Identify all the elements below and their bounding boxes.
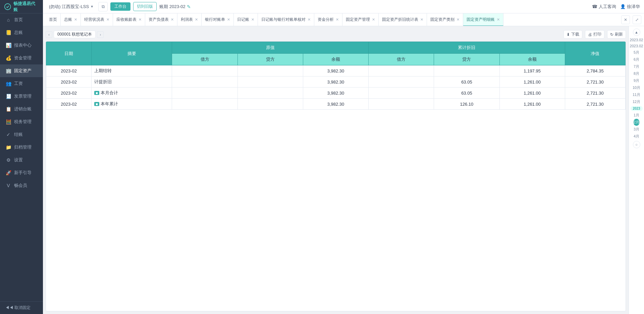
tab-close-fixed_class[interactable]: ✕ (457, 17, 460, 22)
year-2023-label: 2023 (631, 106, 643, 111)
tab-fixed_deprec[interactable]: 固定资产折旧统计表✕ (379, 13, 427, 26)
tab-fixed_mgmt[interactable]: 固定资产管理✕ (342, 13, 379, 26)
tab-home[interactable]: 首页 (46, 13, 61, 26)
tab-fund[interactable]: 资金分析✕ (314, 13, 342, 26)
rs-month-2022-11月[interactable]: 11月 (633, 91, 640, 98)
archive-icon: 📁 (5, 144, 11, 150)
company-chevron-icon: ▼ (90, 5, 94, 8)
sidebar-unpin-btn[interactable]: ◀◀ 取消固定 (0, 301, 43, 314)
rs-month-2022-8月[interactable]: 8月 (633, 70, 640, 77)
tab-journal[interactable]: 日记账✕ (234, 13, 258, 26)
sidebar-item-home[interactable]: ⌂ 首页 (0, 13, 43, 26)
rs-month-2022-6月[interactable]: 6月 (633, 56, 640, 63)
tab-close-business[interactable]: ✕ (106, 17, 109, 22)
sidebar-item-tax[interactable]: 🧮 税务管理 (0, 115, 43, 128)
sidebar-scroll-up-btn[interactable]: ▲ (633, 29, 640, 36)
tab-close-profit[interactable]: ✕ (195, 17, 198, 22)
sidebar-item-general_ledger[interactable]: 📒 总账 (0, 26, 43, 39)
tab-close-fixed_mgmt[interactable]: ✕ (372, 17, 375, 22)
sidebar-label-settings: 设置 (14, 157, 23, 163)
tab-receivable[interactable]: 应收账龄表✕ (113, 13, 145, 26)
cell-acc-credit (434, 65, 499, 76)
rs-month-2023-1月[interactable]: 1月 (634, 112, 639, 119)
breadcrumb-prev-btn[interactable]: ‹ (46, 31, 52, 38)
sidebar-item-fixed_assets[interactable]: 🏢 固定资产 (0, 64, 43, 77)
tab-close-fund[interactable]: ✕ (336, 17, 339, 22)
tab-general[interactable]: 总账✕ (61, 13, 81, 26)
sidebar-item-settlement[interactable]: ✓ 结账 (0, 128, 43, 141)
tab-close-balance[interactable]: ✕ (171, 17, 174, 22)
tab-bank[interactable]: 银行对账单✕ (202, 13, 234, 26)
period-edit-icon[interactable]: ✎ (187, 4, 191, 9)
row-tag: ■ (94, 102, 99, 106)
sidebar-item-invoice[interactable]: 🧾 发票管理 (0, 90, 43, 103)
tab-profit[interactable]: 利润表✕ (177, 13, 202, 26)
home-icon: ⌂ (5, 17, 11, 23)
rs-month-2022-9月[interactable]: 9月 (633, 77, 640, 84)
tab-business[interactable]: 经营状况表✕ (81, 13, 113, 26)
tab-close-fixed_deprec[interactable]: ✕ (420, 17, 423, 22)
tab-close-receivable[interactable]: ✕ (139, 17, 142, 22)
cell-acc-balance: 1,261.00 (499, 76, 565, 88)
sidebar-item-guide[interactable]: 🚀 新手引导 (0, 166, 43, 179)
tab-close-bank[interactable]: ✕ (227, 17, 230, 22)
tab-fixed_class[interactable]: 固定资产类别✕ (427, 13, 463, 26)
table-row: 2023-02 计提折旧 3,982.30 63.05 1,261.00 2,7… (46, 76, 626, 88)
breadcrumb-next-btn[interactable]: › (97, 31, 104, 38)
sidebar-item-vip[interactable]: V 畅会员 (0, 179, 43, 192)
sidebar-label-tax: 税务管理 (14, 119, 32, 125)
asset-code: 000001 (57, 32, 71, 37)
sidebar-item-fund_mgmt[interactable]: 💰 资金管理 (0, 52, 43, 64)
tab-fixed_detail[interactable]: 固定资产明细账✕ (463, 13, 503, 26)
period-2023-02-second[interactable]: 2023.02 (629, 43, 644, 49)
tab-close-general[interactable]: ✕ (74, 17, 77, 22)
copy-icon-btn[interactable]: ⧉ (98, 2, 108, 11)
tab-reconcile[interactable]: 日记账与银行对账单核对✕ (258, 13, 314, 26)
toolbar-right: ⬇ 下载 🖨 打印 ↻ 刷新 (564, 30, 626, 39)
sidebar-item-payroll[interactable]: 👥 工资 (0, 77, 43, 90)
rs-month-2022-12月[interactable]: 12月 (633, 98, 640, 105)
user-menu[interactable]: 👤 徐泽华 (620, 4, 640, 10)
sidebar-item-sales_ledger[interactable]: 📋 进销台账 (0, 103, 43, 115)
rs-month-2023-4月[interactable]: 4月 (634, 133, 639, 140)
period-2023-02-top[interactable]: 2023.02 (629, 37, 644, 43)
cell-orig-credit (237, 99, 303, 110)
sidebar-item-archive[interactable]: 📁 归档管理 (0, 141, 43, 154)
rs-month-2022-7月[interactable]: 7月 (633, 63, 640, 70)
sidebar-item-reports[interactable]: 📊 报表中心 (0, 39, 43, 52)
app-name: 畅捷通易代账 (13, 1, 39, 13)
tab-balance[interactable]: 资产负债表✕ (145, 13, 177, 26)
company-name: (勿动) 江西股宝-LSS (49, 4, 89, 10)
sidebar-label-home: 首页 (14, 17, 23, 23)
sidebar-item-settings[interactable]: ⚙ 设置 (0, 154, 43, 166)
rs-month-2022-10月[interactable]: 10月 (633, 84, 640, 91)
cell-acc-credit: 63.05 (434, 88, 499, 99)
tab-close-reconcile[interactable]: ✕ (308, 17, 311, 22)
download-btn[interactable]: ⬇ 下载 (564, 30, 582, 39)
rs-month-2023-2月[interactable]: 2月 (634, 119, 639, 126)
logo-icon (4, 3, 11, 10)
fund_mgmt-icon: 💰 (5, 55, 11, 61)
guide-icon: 🚀 (5, 170, 11, 176)
refresh-btn[interactable]: ↻ 刷新 (607, 30, 626, 39)
rs-month-2022-5月[interactable]: 5月 (633, 49, 640, 56)
switch-old-button[interactable]: 切到旧版 (133, 2, 157, 11)
workbench-button[interactable]: 工作台 (110, 2, 130, 11)
cell-acc-balance: 1,197.95 (499, 65, 565, 76)
maximize-btn[interactable]: ⤢ (633, 15, 641, 24)
settings-icon: ⚙ (5, 157, 11, 163)
close-all-tabs-btn[interactable]: ✕ (621, 15, 630, 24)
sidebar-label-fund_mgmt: 资金管理 (14, 55, 32, 61)
tab-label-fund: 资金分析 (318, 17, 334, 22)
print-btn[interactable]: 🖨 打印 (585, 30, 604, 39)
sidebar-label-sales_ledger: 进销台账 (14, 106, 32, 112)
sidebar-circle-btn[interactable]: ○ (633, 141, 640, 148)
rs-month-2023-3月[interactable]: 3月 (634, 126, 639, 133)
company-selector[interactable]: (勿动) 江西股宝-LSS ▼ (47, 4, 96, 10)
support-link[interactable]: ☎ 人工客询 (592, 4, 616, 10)
tab-close-journal[interactable]: ✕ (251, 17, 254, 22)
tab-close-fixed_detail[interactable]: ✕ (497, 17, 500, 22)
sidebar-label-settlement: 结账 (14, 132, 23, 138)
settlement-icon: ✓ (5, 132, 11, 138)
fixed-asset-detail-table: 日期 摘要 原值 累计折旧 净值 借方 贷方 余额 借方 贷方 余额 (46, 41, 626, 311)
